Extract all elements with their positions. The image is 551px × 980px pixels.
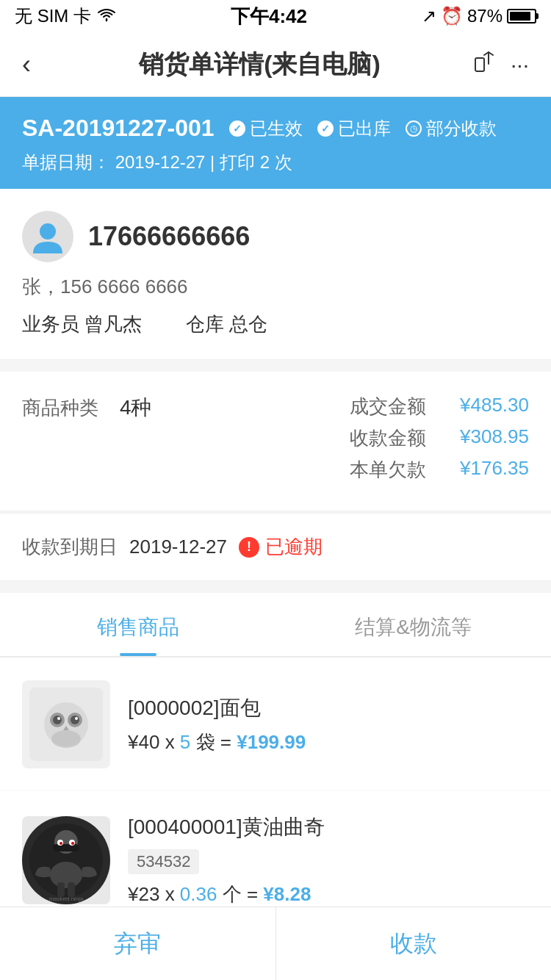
warehouse-label: 仓库 bbox=[186, 313, 224, 335]
tabs-section: 销售商品 结算&物流等 bbox=[0, 581, 551, 930]
product-unit-2: 个 bbox=[223, 883, 242, 905]
svg-point-8 bbox=[71, 716, 79, 724]
product-total-2: ¥8.28 bbox=[263, 883, 311, 905]
customer-meta: 业务员 曾凡杰 仓库 总仓 bbox=[22, 311, 529, 337]
list-item: [0000002]面包 ¥40 x 5 袋 = ¥199.99 bbox=[0, 658, 551, 791]
nav-bar: ‹ 销货单详情(来自电脑) ··· bbox=[0, 32, 551, 97]
product-qty-2: 0.36 bbox=[180, 883, 217, 905]
customer-row: 17666666666 bbox=[22, 211, 529, 262]
warehouse-info: 仓库 总仓 bbox=[186, 311, 267, 337]
order-id: SA-20191227-001 bbox=[22, 115, 215, 142]
share-button[interactable] bbox=[474, 51, 496, 78]
back-button[interactable]: ‹ bbox=[22, 49, 46, 80]
stats-section: 商品种类 4种 成交金额 ¥485.30 收款金额 ¥308.95 本单欠款 ¥… bbox=[0, 372, 551, 511]
product-qty-1: 5 bbox=[180, 731, 190, 753]
product-name-2: [000400001]黄油曲奇 bbox=[128, 813, 529, 841]
due-date-value: 2019-12-27 bbox=[129, 536, 227, 558]
svg-rect-0 bbox=[475, 58, 484, 71]
product-info-1: [0000002]面包 ¥40 x 5 袋 = ¥199.99 bbox=[128, 694, 529, 755]
owed-amount-row: 本单欠款 ¥176.35 bbox=[350, 457, 529, 483]
product-type: 商品种类 4种 bbox=[22, 394, 151, 422]
tab-products[interactable]: 销售商品 bbox=[0, 593, 276, 656]
owed-amount-label: 本单欠款 bbox=[350, 457, 426, 483]
svg-point-2 bbox=[40, 223, 56, 239]
price-base-1: ¥40 bbox=[128, 731, 159, 753]
price-eq-1: = bbox=[220, 731, 237, 753]
received-amount-value: ¥308.95 bbox=[441, 425, 529, 451]
product-type-value: 4种 bbox=[120, 396, 152, 419]
status-time: 下午4:42 bbox=[231, 4, 307, 29]
location-icon: ↗ bbox=[422, 6, 436, 26]
svg-point-9 bbox=[57, 717, 60, 720]
product-name-1: [0000002]面包 bbox=[128, 694, 529, 722]
product-sku-2: 534532 bbox=[128, 849, 199, 874]
status-bar: 无 SIM 卡 下午4:42 ↗ ⏰ 87% bbox=[0, 0, 551, 32]
warehouse-name: 总仓 bbox=[229, 313, 267, 335]
amount-stats: 成交金额 ¥485.30 收款金额 ¥308.95 本单欠款 ¥176.35 bbox=[350, 394, 529, 489]
sales-label: 业务员 bbox=[22, 313, 79, 335]
deal-amount-label: 成交金额 bbox=[350, 394, 426, 419]
nav-actions: ··· bbox=[474, 51, 529, 78]
clock-icon: ◷ bbox=[406, 120, 422, 137]
price-eq-2: = bbox=[247, 883, 263, 905]
avatar bbox=[22, 211, 73, 262]
order-header-banner: SA-20191227-001 ✓ 已生效 ✓ 已出库 ◷ 部分收款 单据日期：… bbox=[0, 97, 551, 189]
svg-point-19 bbox=[60, 842, 62, 845]
more-button[interactable]: ··· bbox=[511, 52, 529, 77]
product-thumbnail-2: masked ninja bbox=[22, 816, 110, 904]
cancel-button[interactable]: 弃审 bbox=[0, 907, 276, 980]
status-badge-1: ✓ 已生效 bbox=[229, 117, 303, 140]
svg-point-20 bbox=[71, 842, 74, 845]
svg-rect-22 bbox=[57, 882, 65, 897]
banner-row1: SA-20191227-001 ✓ 已生效 ✓ 已出库 ◷ 部分收款 bbox=[22, 115, 529, 142]
order-date: 2019-12-27 bbox=[115, 152, 206, 172]
svg-rect-23 bbox=[68, 882, 75, 897]
product-total-1: ¥199.99 bbox=[237, 731, 306, 753]
overdue-badge: ! 已逾期 bbox=[239, 534, 323, 560]
due-label: 收款到期日 bbox=[22, 534, 118, 560]
status-badge-3: ◷ 部分收款 bbox=[406, 117, 497, 140]
owed-amount-value: ¥176.35 bbox=[441, 457, 529, 483]
wifi-icon bbox=[97, 6, 116, 26]
tabs-bar: 销售商品 结算&物流等 bbox=[0, 593, 551, 657]
svg-point-12 bbox=[51, 730, 81, 748]
order-date-row: 单据日期： 2019-12-27 | 打印 2 次 bbox=[22, 151, 529, 174]
overdue-label: 已逾期 bbox=[265, 534, 323, 560]
bottom-bar: 弃审 收款 bbox=[0, 907, 551, 980]
carrier-label: 无 SIM 卡 bbox=[15, 4, 91, 28]
price-x-1: x bbox=[165, 731, 180, 753]
svg-point-21 bbox=[50, 862, 82, 888]
received-amount-label: 收款金额 bbox=[350, 425, 426, 451]
product-thumbnail-1 bbox=[22, 680, 110, 768]
customer-name: 17666666666 bbox=[88, 221, 250, 252]
svg-point-7 bbox=[53, 716, 62, 724]
price-x-2: x bbox=[165, 883, 180, 905]
status-badge-2: ✓ 已出库 bbox=[317, 117, 391, 140]
status-right: ↗ ⏰ 87% bbox=[422, 6, 536, 26]
date-label: 单据日期： bbox=[22, 152, 110, 172]
product-info-2: [000400001]黄油曲奇 534532 ¥23 x 0.36 个 = ¥8… bbox=[128, 813, 529, 907]
customer-sub: 张，156 6666 6666 bbox=[22, 274, 529, 300]
check-icon-2: ✓ bbox=[317, 120, 334, 137]
product-price-2: ¥23 x 0.36 个 = ¥8.28 bbox=[128, 882, 529, 907]
status-left: 无 SIM 卡 bbox=[15, 4, 116, 28]
customer-section: 17666666666 张，156 6666 6666 业务员 曾凡杰 仓库 总… bbox=[0, 189, 551, 360]
tab-settlement[interactable]: 结算&物流等 bbox=[276, 593, 551, 656]
battery-percent: 87% bbox=[467, 6, 503, 26]
svg-text:masked ninja: masked ninja bbox=[48, 896, 84, 902]
overdue-icon: ! bbox=[239, 537, 259, 558]
sales-value: 曾凡杰 bbox=[84, 313, 142, 335]
product-list: [0000002]面包 ¥40 x 5 袋 = ¥199.99 bbox=[0, 658, 551, 930]
deal-amount-value: ¥485.30 bbox=[441, 394, 529, 419]
product-type-label: 商品种类 bbox=[22, 397, 98, 419]
received-amount-row: 收款金额 ¥308.95 bbox=[350, 425, 529, 451]
confirm-button[interactable]: 收款 bbox=[276, 907, 552, 980]
svg-point-10 bbox=[75, 717, 78, 720]
battery-icon bbox=[507, 9, 536, 24]
page-title: 销货单详情(来自电脑) bbox=[46, 48, 474, 82]
check-icon-1: ✓ bbox=[229, 120, 245, 137]
print-info: | 打印 2 次 bbox=[210, 152, 292, 172]
price-base-2: ¥23 bbox=[128, 883, 159, 905]
product-unit-1: 袋 bbox=[196, 731, 215, 753]
stats-row: 商品种类 4种 成交金额 ¥485.30 收款金额 ¥308.95 本单欠款 ¥… bbox=[22, 394, 529, 489]
